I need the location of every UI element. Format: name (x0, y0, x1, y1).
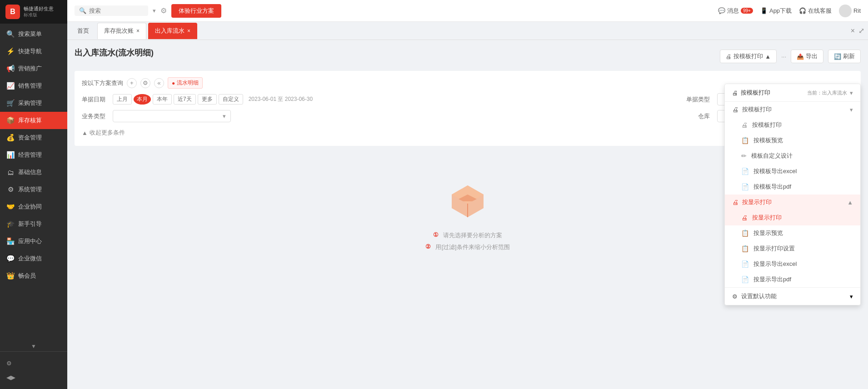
display-pdf-item[interactable]: 📄 按显示导出pdf (725, 272, 860, 287)
base-icon: 🗂 (6, 169, 15, 176)
dp-custom-label: 模板自定义设计 (751, 152, 793, 160)
expand-btn[interactable]: ⤢ (858, 26, 864, 35)
topbar-dropdown-arrow[interactable]: ▾ (153, 7, 156, 14)
tab-close-flow[interactable]: × (187, 28, 190, 34)
tab-batch-account[interactable]: 库存批次账× (97, 23, 146, 39)
search-input[interactable] (89, 7, 144, 14)
date-option-custom[interactable]: 自定义 (219, 94, 243, 105)
template-preview-item[interactable]: 📋 按模板预览 (725, 133, 860, 148)
dropdown-title: 🖨 按模板打印 (732, 89, 770, 97)
date-option-last-month[interactable]: 上月 (113, 94, 132, 105)
disp-excel-label: 按显示导出excel (753, 260, 797, 268)
sidebar-item-label: 畅会员 (18, 272, 36, 280)
sidebar-item-guide[interactable]: 🎓新手引导 (0, 215, 67, 233)
sidebar-item-purchase[interactable]: 🛒采购管理 (0, 95, 67, 112)
filter-collapse-left-btn[interactable]: « (154, 78, 164, 88)
display-preview-item[interactable]: 📋 按显示预览 (725, 225, 860, 241)
template-print-section-header[interactable]: 🖨 按模板打印 ▾ (725, 102, 860, 117)
tab-close-batch-account[interactable]: × (136, 28, 140, 34)
sidebar-item-coop[interactable]: 🤝企业协同 (0, 198, 67, 215)
online-service-item[interactable]: 🎧 在线客服 (799, 7, 832, 15)
industry-btn[interactable]: 体验行业方案 (171, 4, 221, 18)
export-btn[interactable]: 📤 导出 (791, 50, 823, 63)
app-download-item[interactable]: 📱 App下载 (760, 7, 792, 15)
online-service-label: 在线客服 (808, 7, 832, 15)
date-option-this-month[interactable]: 本月 (134, 94, 151, 105)
disp-printer-icon: 🖨 (741, 214, 748, 221)
date-option-this-year[interactable]: 本年 (153, 94, 172, 105)
tab-home[interactable]: 首页 (71, 24, 95, 38)
tab-flow[interactable]: 出入库流水× (148, 23, 197, 39)
sidebar-item-shortcut[interactable]: ⚡快捷导航 (0, 43, 67, 60)
settings-nav-item[interactable]: ⚙ (0, 356, 67, 370)
tabbar-actions: × ⤢ (851, 26, 864, 35)
collapse-icon: ◀▶ (6, 374, 15, 381)
sidebar-item-search[interactable]: 🔍搜索菜单 (0, 25, 67, 43)
template-section-label: 按模板打印 (742, 105, 772, 114)
toolbar-more-icon[interactable]: ··· (781, 53, 786, 60)
member-icon: 👑 (6, 272, 15, 280)
collapse-btn[interactable]: ▲ 收起更多条件 (82, 129, 125, 137)
topbar-left: 🔍 ▾ ⚙ 体验行业方案 (75, 4, 221, 18)
dropdown-footer[interactable]: ⚙ 设置默认功能 ▾ (725, 287, 860, 305)
sidebar-item-inventory[interactable]: 📦库存核算 (0, 112, 67, 129)
footer-arrow: ▾ (850, 293, 853, 300)
flow-tag-label: 流水明细 (177, 79, 199, 87)
sidebar-item-appstore[interactable]: 🏪应用中心 (0, 233, 67, 250)
current-expand-arrow[interactable]: ▾ (850, 90, 853, 96)
sidebar-item-sales[interactable]: 📈销售管理 (0, 77, 67, 95)
template-print-item[interactable]: 🖨 按模板打印 (725, 117, 860, 133)
user-avatar (839, 5, 852, 17)
empty-illustration (445, 179, 490, 224)
business-type-select[interactable]: ▾ (113, 110, 231, 122)
disp-pdf-label: 按显示导出pdf (753, 275, 791, 284)
template-custom-item[interactable]: ✏ 模板自定义设计 (725, 148, 860, 164)
sidebar-item-wechat[interactable]: 💬企业微信 (0, 250, 67, 267)
date-option-7days[interactable]: 近7天 (174, 94, 196, 105)
topbar-search-box[interactable]: 🔍 (75, 5, 148, 16)
template-excel-item[interactable]: 📄 按模板导出excel (725, 164, 860, 179)
sidebar-item-label: 系统管理 (18, 185, 42, 194)
operation-icon: 📊 (6, 151, 15, 159)
template-pdf-item[interactable]: 📄 按模板导出pdf (725, 179, 860, 194)
print-template-btn[interactable]: 🖨 按模板打印 ▲ (720, 50, 777, 63)
message-item[interactable]: 💬 消息 99+ (718, 7, 753, 15)
dp-pdf-icon: 📄 (741, 183, 749, 190)
sidebar-item-label: 销售管理 (18, 82, 42, 90)
template-print-section: 🖨 按模板打印 ▾ 🖨 按模板打印 📋 按模板预览 ✏ (725, 102, 860, 194)
dropdown-title-text: 按模板打印 (741, 89, 770, 97)
sidebar-item-operation[interactable]: 📊经营管理 (0, 146, 67, 164)
filter-add-btn[interactable]: + (127, 78, 137, 88)
guide-icon: 🎓 (6, 220, 15, 228)
display-excel-item[interactable]: 📄 按显示导出excel (725, 256, 860, 272)
filter-settings-btn[interactable]: ⚙ (140, 78, 150, 88)
sidebar-item-label: 新手引导 (18, 220, 42, 228)
finance-icon: 💰 (6, 134, 15, 142)
display-settings-item[interactable]: 📋 按显示打印设置 (725, 241, 860, 256)
scroll-down-btn[interactable]: ▼ (31, 343, 36, 349)
dropdown-header: 🖨 按模板打印 当前：出入库流水 ▾ (725, 84, 860, 102)
sidebar-item-marketing[interactable]: 📢营销推广 (0, 60, 67, 77)
display-print-item[interactable]: 🖨 按显示打印 (725, 210, 860, 225)
collapse-nav-item[interactable]: ◀▶ (0, 370, 67, 384)
user-avatar-item[interactable]: Rit (839, 5, 861, 17)
sidebar-item-member[interactable]: 👑畅会员 (0, 267, 67, 284)
dp-printer-icon: 🖨 (741, 121, 748, 129)
display-print-section-header[interactable]: 🖨 按显示打印 ▲ (725, 194, 860, 210)
collapse-icon: ▲ (82, 130, 88, 136)
sidebar-item-system[interactable]: ⚙系统管理 (0, 181, 67, 198)
user-name: Rit (853, 7, 861, 14)
disp-pdf-icon: 📄 (741, 276, 749, 283)
date-option-more[interactable]: 更多 (198, 94, 217, 105)
purchase-icon: 🛒 (6, 99, 15, 107)
headset-icon: 🎧 (799, 7, 806, 14)
close-all-tabs-btn[interactable]: × (851, 27, 855, 35)
topbar-gear-icon[interactable]: ⚙ (160, 6, 167, 15)
phone-icon: 📱 (760, 7, 768, 14)
sidebar-item-base[interactable]: 🗂基础信息 (0, 164, 67, 181)
logo-icon: B (5, 5, 20, 19)
sidebar-bottom: ⚙ ◀▶ (0, 351, 67, 389)
message-badge: 99+ (741, 8, 753, 14)
refresh-btn[interactable]: 🔄 刷新 (828, 50, 861, 63)
sidebar-item-finance[interactable]: 💰资金管理 (0, 129, 67, 146)
